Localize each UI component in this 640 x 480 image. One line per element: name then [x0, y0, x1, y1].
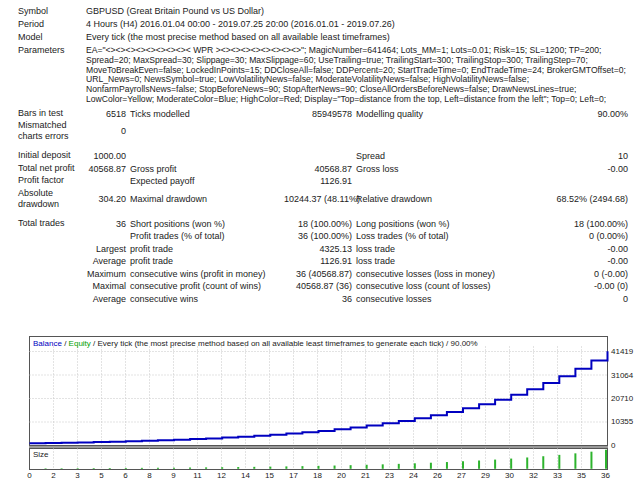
legend-balance-label: Balance [33, 339, 62, 348]
stat-value: 36 (100.00%) [284, 230, 352, 243]
stat-value: 36 [284, 293, 352, 306]
stat-label: profit trade [130, 243, 280, 256]
report-stat-row: Averageconsecutive wins36consecutive los… [0, 293, 640, 306]
info-value: 4 Hours (H4) 2016.01.04 00:00 - 2019.07.… [86, 18, 630, 31]
stat-value: 40568.87 (36) [284, 280, 352, 293]
stat-value: 10244.37 (48.11%) [284, 193, 352, 206]
y-tick-label: 20710 [611, 394, 634, 403]
y-tick-label: 0 [611, 441, 616, 450]
stat-label: Profit factor [18, 175, 82, 188]
info-label: Symbol [18, 5, 82, 18]
info-parameters-value: EA="<><><><><><><><>< WPR ><><><><><><><… [86, 44, 630, 108]
stat-label: Loss trades (% of total) [356, 230, 476, 243]
stat-value: Average [86, 293, 126, 306]
stat-label: Total trades [18, 218, 82, 231]
stat-value: 85949578 [284, 108, 352, 121]
x-tick-label: 11 [193, 471, 202, 480]
stat-value: 10 [480, 150, 628, 163]
strategy-tester-report: SymbolGBPUSD (Great Britain Pound vs US … [0, 0, 640, 305]
stat-label [18, 243, 82, 256]
stat-label: Gross profit [130, 163, 280, 176]
balance-chart: Balance / Equity / Every tick (the most … [0, 336, 640, 480]
stat-value: -0.00 (0) [480, 280, 628, 293]
x-tick-label: 15 [265, 471, 274, 480]
x-tick-label: 24 [409, 471, 418, 480]
stat-value: Maximal [86, 280, 126, 293]
stat-label [18, 280, 82, 293]
stat-value: 6518 [86, 108, 126, 121]
stat-value [86, 175, 126, 188]
stat-value [284, 150, 352, 163]
size-panel-label: Size [33, 450, 49, 459]
info-label: Model [18, 31, 82, 44]
stat-label [18, 255, 82, 268]
y-tick-label: 41419 [611, 347, 634, 356]
info-value: GBPUSD (Great Britain Pound vs US Dollar… [86, 5, 630, 18]
stat-label: loss trade [356, 243, 476, 256]
x-tick-label: 2 [51, 471, 56, 480]
stat-label: Relative drawdown [356, 193, 476, 206]
stat-value: Maximum [86, 268, 126, 281]
stat-value: 18 (100.00%) [480, 218, 628, 231]
report-info-row: SymbolGBPUSD (Great Britain Pound vs US … [0, 5, 640, 18]
stat-value: 0 (-0.00) [480, 268, 628, 281]
stat-value: 36 [86, 218, 126, 231]
stat-label: Short positions (won %) [130, 218, 280, 231]
x-tick-label: 23 [385, 471, 394, 480]
stat-label: Total net profit [18, 163, 82, 176]
stat-label [130, 125, 280, 138]
info-value: Every tick (the most precise method base… [86, 31, 630, 44]
stat-label [130, 150, 280, 163]
legend-equity-label: Equity [69, 339, 91, 348]
parameter-line: LowColor=Yellow; ModerateColor=Blue; Hig… [86, 95, 630, 105]
stat-label [18, 230, 82, 243]
report-stat-row: Total net profit40568.87Gross profit4056… [0, 163, 640, 176]
report-info-row: ModelEvery tick (the most precise method… [0, 31, 640, 44]
stat-label: Long positions (won %) [356, 218, 476, 231]
stat-label: profit trade [130, 255, 280, 268]
stat-label: Spread [356, 150, 476, 163]
main-panel [30, 337, 608, 446]
x-tick-label: 6 [123, 471, 128, 480]
stat-label: Absolute drawdown [18, 188, 82, 210]
stat-label: consecutive wins (profit in money) [130, 268, 280, 281]
stat-label: Maximal drawdown [130, 193, 280, 206]
stat-label: Expected payoff [130, 175, 280, 188]
stat-value: 18 (100.00%) [284, 218, 352, 231]
stat-label: consecutive losses [356, 293, 476, 306]
stat-label: Bars in test [18, 108, 82, 121]
stat-value: 0 [86, 125, 126, 138]
legend-separator: / [62, 339, 69, 348]
stat-label [18, 268, 82, 281]
report-stat-row: Largestprofit trade4325.13loss trade-0.0… [0, 243, 640, 256]
balance-chart-svg: Balance / Equity / Every tick (the most … [0, 336, 640, 480]
stat-value: 68.52% (2494.68) [480, 193, 628, 206]
stat-label [356, 125, 476, 138]
report-stat-row: Maximumconsecutive wins (profit in money… [0, 268, 640, 281]
stat-label: consecutive wins [130, 293, 280, 306]
report-stat-row: Bars in test6518Ticks modelled85949578Mo… [0, 108, 640, 121]
report-stat-row: Maximalconsecutive profit (count of wins… [0, 280, 640, 293]
stat-label: Ticks modelled [130, 108, 280, 121]
x-tick-label: 32 [529, 471, 538, 480]
x-tick-label: 35 [577, 471, 586, 480]
stat-value: 1000.00 [86, 150, 126, 163]
stat-value [480, 175, 628, 188]
x-tick-label: 26 [433, 471, 442, 480]
x-tick-label: 36 [601, 471, 610, 480]
stat-value [86, 230, 126, 243]
x-tick-label: 12 [217, 471, 226, 480]
stat-label: consecutive losses (loss in money) [356, 268, 476, 281]
stat-value: 0 [480, 293, 628, 306]
x-tick-label: 21 [361, 471, 370, 480]
stat-label: Modelling quality [356, 108, 476, 121]
y-tick-label: 31064 [611, 371, 634, 380]
x-tick-label: 18 [313, 471, 322, 480]
stat-value: 40568.87 [284, 163, 352, 176]
stat-value: 4325.13 [284, 243, 352, 256]
report-info-table: SymbolGBPUSD (Great Britain Pound vs US … [0, 5, 640, 108]
chart-legend: Balance / Equity / Every tick (the most … [33, 339, 478, 348]
report-stats-table: Bars in test6518Ticks modelled85949578Mo… [0, 108, 640, 306]
info-label: Parameters [18, 44, 82, 108]
report-stat-row: Averageprofit trade1126.91loss trade-0.0… [0, 255, 640, 268]
